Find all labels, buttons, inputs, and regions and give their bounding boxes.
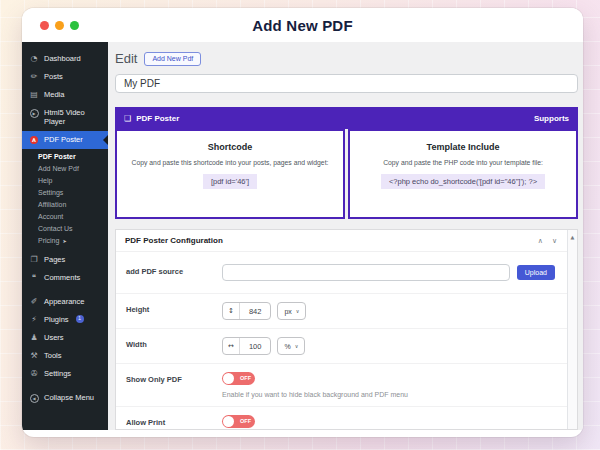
sidebar-item-label: Appearance: [44, 297, 84, 306]
submenu-item-label: Help: [38, 177, 52, 184]
document-icon: ❏: [124, 114, 131, 123]
info-boxes: Shortcode Copy and paste this shortcode …: [115, 129, 578, 219]
height-unit-select[interactable]: px ∨: [277, 302, 306, 320]
add-new-pdf-button[interactable]: Add New Pdf: [144, 52, 201, 66]
shortcode-box: Shortcode Copy and paste this shortcode …: [115, 129, 345, 219]
sidebar-item-label: Html5 Video Player: [44, 108, 104, 127]
play-icon: ▶: [30, 109, 39, 118]
field-label: Allow Print: [126, 415, 222, 427]
chevron-down-icon: ∨: [296, 308, 300, 314]
submenu-item-pricing[interactable]: Pricing ➤: [22, 235, 108, 247]
submenu-item-label: Pricing: [38, 237, 59, 244]
main-content: Edit Add New Pdf ❏ PDF Poster Supports S…: [108, 42, 583, 430]
submenu-item-add-new-pdf[interactable]: Add New Pdf: [22, 163, 108, 175]
show-only-pdf-row: Show Only PDF OFF Enable if you want to …: [116, 364, 577, 407]
pin-icon: ✏: [29, 72, 39, 82]
sidebar-item-comments[interactable]: ❝ Comments: [22, 269, 108, 287]
move-down-icon[interactable]: ∨: [552, 237, 557, 245]
shortcode-value[interactable]: [pdf id='46']: [203, 174, 257, 189]
submenu-item-label: Account: [38, 213, 63, 220]
width-value[interactable]: 100: [240, 342, 271, 351]
supports-link[interactable]: Supports: [534, 114, 569, 123]
panel-header-controls: ∧ ∨: [538, 237, 557, 245]
sidebar-item-label: Dashboard: [44, 54, 81, 63]
page-title: Edit: [115, 51, 137, 66]
sidebar-item-plugins[interactable]: ⚡ Plugins 1: [22, 311, 108, 329]
app-body: ◔ Dashboard ✏ Posts ▤ Media ▶ Html5 Vide…: [22, 42, 583, 430]
brush-icon: ✐: [29, 297, 39, 307]
pdf-poster-icon: A: [29, 135, 39, 145]
sidebar-item-label: PDF Poster: [44, 135, 83, 144]
tools-icon: ⚒: [29, 351, 39, 361]
submenu-item-label: Contact Us: [38, 225, 73, 232]
submenu-item-pdf-poster[interactable]: PDF Poster: [22, 151, 108, 163]
submenu-item-settings[interactable]: Settings: [22, 187, 108, 199]
chevron-down-icon: ∨: [295, 343, 299, 349]
plugin-icon: ⚡: [29, 315, 39, 325]
submenu-item-label: Add New Pdf: [38, 165, 79, 172]
shortcode-box-desc: Copy and paste this shortcode into your …: [117, 159, 343, 166]
submenu-item-label: Affiliation: [38, 201, 66, 208]
titlebar: Add New PDF: [22, 8, 583, 42]
pdf-logo-icon: A: [30, 136, 38, 144]
submenu-item-help[interactable]: Help: [22, 175, 108, 187]
sidebar-item-label: Posts: [44, 72, 63, 81]
window-title: Add New PDF: [22, 17, 583, 34]
field-label: Width: [126, 337, 222, 349]
config-scrollbar[interactable]: ▲: [567, 230, 577, 429]
pdf-source-input[interactable]: [222, 264, 510, 281]
vertical-arrows-icon: ↕: [223, 303, 240, 319]
video-player-icon: ▶: [29, 108, 39, 118]
width-row: Width ↔ 100 % ∨: [116, 329, 577, 364]
sidebar-item-users[interactable]: ♟ Users: [22, 329, 108, 347]
banner-title: PDF Poster: [136, 114, 179, 123]
sidebar-item-label: Comments: [44, 273, 80, 282]
submenu-item-affiliation[interactable]: Affiliation: [22, 199, 108, 211]
sidebar-item-posts[interactable]: ✏ Posts: [22, 68, 108, 86]
sidebar-item-label: Tools: [44, 351, 62, 360]
pdf-poster-configuration-panel: PDF Poster Configuration ∧ ∨ add PDF sou…: [115, 229, 578, 430]
media-icon: ▤: [29, 90, 39, 100]
height-row: Height ↕ 842 px ∨: [116, 294, 577, 329]
shortcode-box-title: Shortcode: [117, 142, 343, 152]
banner-left: ❏ PDF Poster: [124, 114, 179, 123]
show-only-pdf-toggle[interactable]: OFF: [222, 372, 255, 385]
toggle-knob: [223, 416, 234, 427]
width-stepper[interactable]: ↔ 100: [222, 337, 271, 355]
field-label: Show Only PDF: [126, 372, 222, 384]
sidebar-item-dashboard[interactable]: ◔ Dashboard: [22, 50, 108, 68]
dashboard-icon: ◔: [29, 54, 39, 64]
pdf-poster-info-section: ❏ PDF Poster Supports Shortcode Copy and…: [115, 107, 578, 219]
height-value[interactable]: 842: [240, 307, 271, 316]
upload-button[interactable]: Upload: [517, 265, 555, 280]
sidebar-item-pdf-poster[interactable]: A PDF Poster: [22, 131, 108, 149]
app-window: Add New PDF ◔ Dashboard ✏ Posts ▤ Media …: [22, 8, 583, 437]
sidebar-item-label: Plugins: [44, 315, 69, 324]
sidebar-item-appearance[interactable]: ✐ Appearance: [22, 293, 108, 311]
pdf-poster-banner: ❏ PDF Poster Supports: [115, 107, 578, 129]
field-label: Height: [126, 302, 222, 314]
sidebar-item-collapse-menu[interactable]: ◀ Collapse Menu: [22, 389, 108, 407]
height-stepper[interactable]: ↕ 842: [222, 302, 271, 320]
scroll-up-arrow-icon[interactable]: ▲: [568, 234, 577, 240]
allow-print-toggle[interactable]: OFF: [222, 415, 255, 428]
collapse-menu-icon: ◀: [29, 393, 39, 403]
template-code-value[interactable]: <?php echo do_shortcode('[pdf id="46"]')…: [381, 174, 545, 189]
submenu-item-contact-us[interactable]: Contact Us: [22, 223, 108, 235]
sidebar-item-settings[interactable]: ✇ Settings: [22, 365, 108, 383]
width-unit-select[interactable]: % ∨: [277, 337, 305, 355]
horizontal-arrows-icon: ↔: [223, 338, 240, 354]
sidebar-item-label: Collapse Menu: [44, 393, 94, 402]
submenu-item-label: PDF Poster: [38, 153, 76, 160]
sidebar-item-pages[interactable]: ❐ Pages: [22, 251, 108, 269]
template-box-title: Template Include: [350, 142, 576, 152]
sidebar-item-tools[interactable]: ⚒ Tools: [22, 347, 108, 365]
sidebar-item-media[interactable]: ▤ Media: [22, 86, 108, 104]
pdf-title-input[interactable]: [115, 74, 578, 93]
width-unit-value: %: [284, 343, 290, 350]
move-up-icon[interactable]: ∧: [538, 237, 543, 245]
sidebar-item-html5-video-player[interactable]: ▶ Html5 Video Player: [22, 104, 108, 131]
submenu-item-account[interactable]: Account: [22, 211, 108, 223]
config-panel-header[interactable]: PDF Poster Configuration ∧ ∨: [116, 230, 577, 252]
toggle-state-label: OFF: [240, 415, 251, 428]
